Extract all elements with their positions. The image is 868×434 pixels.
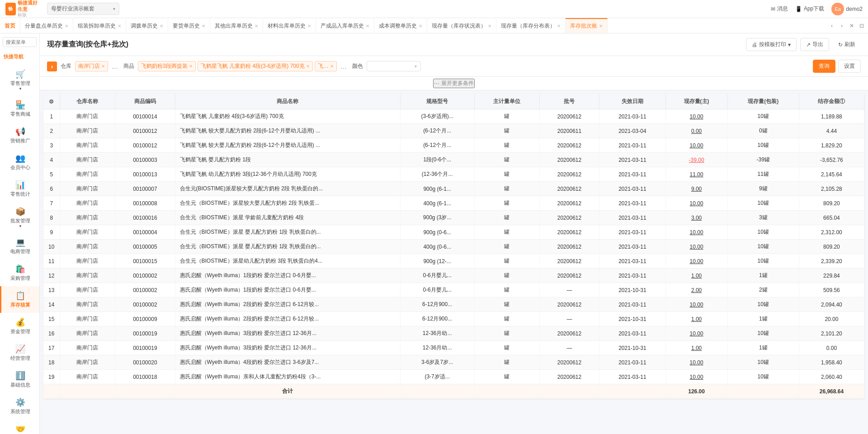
table-row: 10 南岸门店 00100005 合生元（BIOSTIME）派星 婴儿配方奶粉 … (43, 240, 864, 254)
cell-name: 合生元（BIOSTIME）派星 婴儿配方奶粉 1段 乳铁蛋白的... (175, 225, 400, 240)
warehouse-tag-remove[interactable]: ✕ (101, 64, 105, 69)
tab-2-close[interactable]: ✕ (118, 24, 121, 28)
workspace-selector[interactable]: 母婴行业演示账套 ▾ (47, 3, 119, 15)
goods-filter-ellipsis[interactable]: … (339, 63, 349, 70)
sidebar-item-wholesale[interactable]: 📦 批发管理 ▼ (0, 202, 39, 233)
cell-warehouse: 南岸门店 (60, 196, 115, 211)
tab-1-close[interactable]: ✕ (65, 24, 68, 28)
sidebar-item-finance[interactable]: 💰 资金管理 (0, 313, 39, 340)
quick-nav[interactable]: 快捷导航 (0, 51, 39, 63)
tab-6[interactable]: 材料出库单历史 ✕ (263, 18, 316, 33)
settings-btn[interactable]: 设置 (838, 60, 861, 73)
warehouse-filter-ellipsis[interactable]: … (110, 63, 120, 70)
retail-mall-label: 零售商城 (3, 111, 38, 118)
tab-9-close[interactable]: ✕ (488, 24, 491, 28)
tab-5[interactable]: 其他出库单历史 ✕ (210, 18, 263, 33)
goods-tag-3-remove[interactable]: ✕ (330, 64, 334, 69)
finance-label: 资金管理 (3, 328, 38, 335)
filter-arrow-btn[interactable]: › (47, 61, 57, 71)
sidebar-item-inventory[interactable]: 📋 库存核算 (0, 286, 39, 313)
sidebar-item-system[interactable]: ⚙️ 系统管理 (0, 393, 39, 420)
tab-menu-btn[interactable]: ⊡ (857, 21, 866, 30)
footer-empty-2 (60, 384, 115, 399)
refresh-btn[interactable]: ↻ 刷新 (833, 38, 861, 51)
cell-expiry: 2021-03-11 (599, 138, 666, 153)
tab-close-all-btn[interactable]: ✕ (847, 21, 856, 30)
search-input[interactable] (3, 37, 37, 47)
sidebar-item-collab[interactable]: 🤝 企业协同 (0, 420, 39, 434)
goods-tag-1-remove[interactable]: ✕ (189, 64, 193, 69)
tab-3[interactable]: 调拨单历史 ✕ (126, 18, 168, 33)
page-actions: 🖨 按模板打印 ▾ ↗ 导出 ↻ 刷新 (746, 38, 861, 51)
cell-num: 14 (43, 297, 60, 312)
cell-stock-pkg: 0罐 (727, 124, 799, 138)
sidebar-item-ecommerce[interactable]: 💻 电商管理 (0, 233, 39, 259)
tab-3-close[interactable]: ✕ (160, 24, 163, 28)
cell-stock-pkg: 2罐 (727, 283, 799, 297)
cell-amount: 20.00 (799, 312, 864, 326)
logo: 畅 畅捷通好生意 标版 (5, 0, 42, 17)
user-menu[interactable]: Ea demo2 (831, 3, 863, 15)
tab-3-label: 调拨单历史 (131, 22, 158, 30)
app-download-btn[interactable]: 📱 App下载 (795, 5, 824, 13)
goods-tag-2-remove[interactable]: ✕ (306, 64, 310, 69)
cell-num: 18 (43, 355, 60, 370)
tab-4[interactable]: 要货单历史 ✕ (168, 18, 210, 33)
sidebar-item-basic-info[interactable]: ℹ️ 基础信息 (0, 366, 39, 393)
message-btn[interactable]: ✉ 消息 (771, 5, 788, 13)
export-btn[interactable]: ↗ 导出 (800, 38, 829, 51)
color-filter-select[interactable]: ▾ (367, 61, 421, 71)
cell-spec: (6-12个月... (400, 138, 474, 153)
tab-prev-btn[interactable]: ‹ (827, 21, 836, 30)
tab-8-close[interactable]: ✕ (419, 24, 422, 28)
cell-stock-main: 3.00 (665, 211, 727, 225)
cell-warehouse: 南岸门店 (60, 109, 115, 124)
cell-stock-pkg: 10罐 (727, 254, 799, 269)
cell-batch: 20200612 (539, 153, 599, 167)
tab-4-close[interactable]: ✕ (202, 24, 205, 28)
sidebar-item-retail-stats[interactable]: 📊 零售统计 (0, 175, 39, 202)
th-stock-main: 现存量(主) (665, 94, 727, 109)
cell-amount: -3,652.76 (799, 153, 864, 167)
settings-icon: ⚙ (49, 99, 54, 105)
tab-1[interactable]: 分量盘点单历史 ✕ (20, 18, 73, 33)
cell-stock-main: 11.00 (665, 167, 727, 182)
cell-stock-pkg: 3罐 (727, 211, 799, 225)
tab-next-btn[interactable]: › (837, 21, 846, 30)
query-btn[interactable]: 查询 (813, 60, 835, 73)
table-container: ⚙ 仓库名称 商品编码 商品名称 规格型号 主计量单位 批号 失效日期 现存量(… (40, 90, 868, 434)
expand-icon: ⋯ (434, 80, 439, 87)
th-settings[interactable]: ⚙ (43, 94, 60, 109)
goods-tag-1: 飞鹤奶粉3段两提装 ✕ (138, 61, 196, 71)
tab-11[interactable]: 库存批次账 ✕ (566, 18, 608, 33)
cell-code: 00100014 (115, 109, 175, 124)
tab-7[interactable]: 产成品入库单历史 ✕ (316, 18, 374, 33)
purchase-label: 采购管理 (3, 275, 38, 282)
print-template-btn[interactable]: 🖨 按模板打印 ▾ (746, 38, 797, 51)
tab-11-close[interactable]: ✕ (599, 24, 603, 28)
cell-warehouse: 南岸门店 (60, 240, 115, 254)
tab-7-close[interactable]: ✕ (366, 24, 369, 28)
cell-batch: 20200612 (539, 196, 599, 211)
sidebar-item-operations[interactable]: 📈 经营管理 (0, 340, 39, 366)
sidebar-item-member[interactable]: 👥 会员中心 (0, 149, 39, 175)
tab-8[interactable]: 成本调整单历史 ✕ (374, 18, 427, 33)
sidebar-item-retail-mall[interactable]: 🏪 零售商城 (0, 95, 39, 122)
tab-home[interactable]: 首页 (0, 18, 20, 33)
tab-5-close[interactable]: ✕ (255, 24, 258, 28)
sidebar-item-marketing[interactable]: 📢 营销推广 (0, 122, 39, 149)
tab-2[interactable]: 组装拆卸单历史 ✕ (73, 18, 126, 33)
tab-10[interactable]: 现存量（库存分布表） ✕ (496, 18, 566, 33)
table-row: 16 南岸门店 00100019 惠氏启醒（Wyeth illuma）3段奶粉 … (43, 326, 864, 341)
cell-num: 3 (43, 138, 60, 153)
cell-code: 00100002 (115, 297, 175, 312)
cell-code: 00100007 (115, 182, 175, 196)
tab-6-close[interactable]: ✕ (307, 24, 311, 28)
tab-10-close[interactable]: ✕ (557, 24, 561, 28)
sidebar-item-purchase[interactable]: 🛍️ 采购管理 (0, 259, 39, 286)
table-header-row: ⚙ 仓库名称 商品编码 商品名称 规格型号 主计量单位 批号 失效日期 现存量(… (43, 94, 864, 109)
tab-9[interactable]: 现存量（库存状况表） ✕ (427, 18, 496, 33)
cell-amount: 2,339.20 (799, 254, 864, 269)
sidebar-item-retail-mgmt[interactable]: 🛒 零售管理 ▼ (0, 65, 39, 95)
expand-more-btn[interactable]: ⋯ 展开更多条件 (433, 79, 475, 88)
